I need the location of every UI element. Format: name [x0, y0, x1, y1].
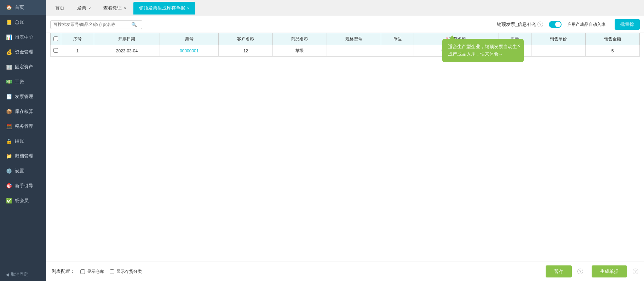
settings-icon: ⚙️ — [6, 168, 12, 174]
toolbar: 🔍 销顶发票_信息补充 ? 启用产成品自动入库 批量操 — [46, 16, 644, 33]
sidebar-item-settings[interactable]: ⚙️ 设置 — [0, 164, 46, 178]
batch-button[interactable]: 批量操 — [615, 19, 640, 30]
sidebar-item-label: 总账 — [15, 19, 24, 25]
sidebar-item-label: 发票管理 — [15, 93, 33, 100]
capital-icon: 💰 — [6, 49, 12, 55]
sidebar-item-label: 结账 — [15, 138, 24, 144]
row-checkbox[interactable] — [53, 48, 58, 53]
ledger-icon: 📒 — [6, 19, 12, 25]
tab-invoice-label: 发票 — [77, 5, 86, 11]
tab-sales-invoice-close[interactable]: × — [187, 6, 189, 10]
sidebar-item-inventory[interactable]: 📦 库存核算 — [0, 104, 46, 119]
sidebar: 🏠 首页 📒 总账 📊 报表中心 💰 资金管理 🏢 固定资产 💵 工资 🧾 发票… — [0, 0, 46, 281]
sidebar-item-label: 新手引导 — [15, 183, 33, 189]
search-input[interactable] — [53, 22, 131, 27]
header-seq: 序号 — [61, 33, 94, 45]
tab-home-label: 首页 — [55, 5, 64, 11]
data-table: 序号 开票日期 票号 客户名称 商品名称 规格型号 单位 存货名称 数量 销售单… — [50, 33, 640, 57]
member-icon: ✅ — [6, 197, 12, 204]
table-header-row: 序号 开票日期 票号 客户名称 商品名称 规格型号 单位 存货名称 数量 销售单… — [51, 33, 640, 45]
row-goods-name: 苹果 — [273, 45, 327, 57]
toggle-label: 启用产成品自动入库 — [567, 22, 605, 28]
main-area: 首页 发票 × 查看凭证 × 销顶发票生成库存单据 × 🔍 销顶发票_信息补充 … — [46, 0, 644, 281]
header-goods-name: 商品名称 — [273, 33, 327, 45]
tab-sales-invoice-label: 销顶发票生成库存单据 — [139, 5, 185, 11]
sidebar-item-tax[interactable]: 🧮 税务管理 — [0, 119, 46, 134]
sidebar-item-label: 报表中心 — [15, 34, 33, 40]
sidebar-item-archive[interactable]: 📁 归档管理 — [0, 149, 46, 164]
show-warehouse-label: 显示仓库 — [87, 269, 104, 275]
show-category-label: 显示存货分类 — [116, 269, 142, 275]
sidebar-item-home[interactable]: 🏠 首页 — [0, 0, 46, 15]
sidebar-item-guide[interactable]: 🎯 新手引导 — [0, 178, 46, 193]
row-spec — [327, 45, 381, 57]
guide-icon: 🎯 — [6, 183, 12, 189]
tab-voucher[interactable]: 查看凭证 × — [98, 2, 132, 15]
salary-icon: 💵 — [6, 79, 12, 85]
table-wrap: 序号 开票日期 票号 客户名称 商品名称 规格型号 单位 存货名称 数量 销售单… — [46, 33, 644, 262]
tab-voucher-label: 查看凭证 — [103, 5, 122, 11]
unpin-icon: ◀ — [6, 272, 9, 277]
table-body: 1 2023-03-04 00000001 12 苹果 000001 苹果 个 … — [51, 45, 640, 57]
archive-icon: 📁 — [6, 153, 12, 159]
sidebar-item-fixed[interactable]: 🏢 固定资产 — [0, 59, 46, 74]
sidebar-item-label: 库存核算 — [15, 108, 33, 115]
unpin-button[interactable]: ◀ 取消固定 — [0, 268, 46, 281]
home-icon: 🏠 — [6, 4, 12, 11]
info-text: 销顶发票_信息补充 — [497, 21, 536, 28]
sidebar-item-label: 税务管理 — [15, 123, 33, 130]
sidebar-item-member[interactable]: ✅ 畅会员 — [0, 193, 46, 208]
auto-warehouse-toggle[interactable] — [549, 21, 562, 28]
tab-voucher-close[interactable]: × — [124, 6, 126, 10]
show-warehouse-checkbox[interactable] — [80, 269, 85, 274]
row-checkbox-cell — [51, 45, 61, 57]
header-unit-price: 销售单价 — [531, 33, 586, 45]
tab-invoice-close[interactable]: × — [88, 6, 91, 10]
sidebar-item-reports[interactable]: 📊 报表中心 — [0, 30, 46, 45]
sidebar-item-label: 资金管理 — [15, 49, 33, 55]
table-row: 1 2023-03-04 00000001 12 苹果 000001 苹果 个 … — [51, 45, 640, 57]
row-amount: 5 — [586, 45, 640, 57]
tooltip-popup: × 适合生产型企业，销顶发票自动生成产成品入库，快来体验～ — [442, 39, 524, 62]
unpin-label: 取消固定 — [11, 271, 28, 277]
sidebar-item-capital[interactable]: 💰 资金管理 — [0, 45, 46, 59]
tooltip-text: 适合生产型企业，销顶发票自动生成产成品入库，快来体验～ — [448, 44, 517, 57]
list-config-label: 列表配置： — [52, 268, 75, 275]
invoice-icon: 🧾 — [6, 93, 12, 100]
show-warehouse-row[interactable]: 显示仓库 — [80, 269, 104, 275]
header-ticket-no: 票号 — [160, 33, 219, 45]
search-icon[interactable]: 🔍 — [131, 22, 137, 27]
row-seq: 1 — [61, 45, 94, 57]
row-ticket-no[interactable]: 00000001 — [160, 45, 219, 57]
sidebar-item-label: 畅会员 — [15, 197, 29, 204]
save-button[interactable]: 暂存 — [546, 265, 572, 277]
show-category-row[interactable]: 显示存货分类 — [110, 269, 142, 275]
sidebar-item-ledger[interactable]: 📒 总账 — [0, 15, 46, 30]
fixed-icon: 🏢 — [6, 64, 12, 70]
info-label-area: 销顶发票_信息补充 ? — [497, 21, 543, 28]
tooltip-close-icon[interactable]: × — [517, 42, 520, 50]
sidebar-item-salary[interactable]: 💵 工资 — [0, 74, 46, 89]
bottom-bar: 列表配置： 显示仓库 显示存货分类 暂存 ? 生成单据 ? — [46, 262, 644, 281]
sidebar-item-invoice[interactable]: 🧾 发票管理 — [0, 89, 46, 104]
close-books-icon: 🔒 — [6, 138, 12, 144]
sidebar-item-label: 设置 — [15, 168, 24, 174]
tab-home[interactable]: 首页 — [50, 2, 70, 15]
search-box[interactable]: 🔍 — [50, 20, 142, 29]
show-category-checkbox[interactable] — [110, 269, 114, 274]
sidebar-item-close[interactable]: 🔒 结账 — [0, 134, 46, 149]
tab-invoice[interactable]: 发票 × — [71, 2, 96, 15]
row-date: 2023-03-04 — [94, 45, 160, 57]
sidebar-item-label: 归档管理 — [15, 153, 33, 159]
info-help-icon[interactable]: ? — [537, 22, 543, 27]
tab-sales-invoice[interactable]: 销顶发票生成库存单据 × — [133, 2, 195, 15]
save-help-icon[interactable]: ? — [577, 269, 583, 274]
header-unit: 单位 — [381, 33, 414, 45]
select-all-checkbox[interactable] — [53, 36, 58, 41]
generate-button[interactable]: 生成单据 — [592, 265, 627, 277]
generate-help-icon[interactable]: ? — [633, 269, 638, 274]
header-amount: 销售金额 — [586, 33, 640, 45]
row-customer: 12 — [219, 45, 273, 57]
sidebar-item-label: 首页 — [15, 4, 24, 11]
tab-bar: 首页 发票 × 查看凭证 × 销顶发票生成库存单据 × — [46, 0, 644, 16]
